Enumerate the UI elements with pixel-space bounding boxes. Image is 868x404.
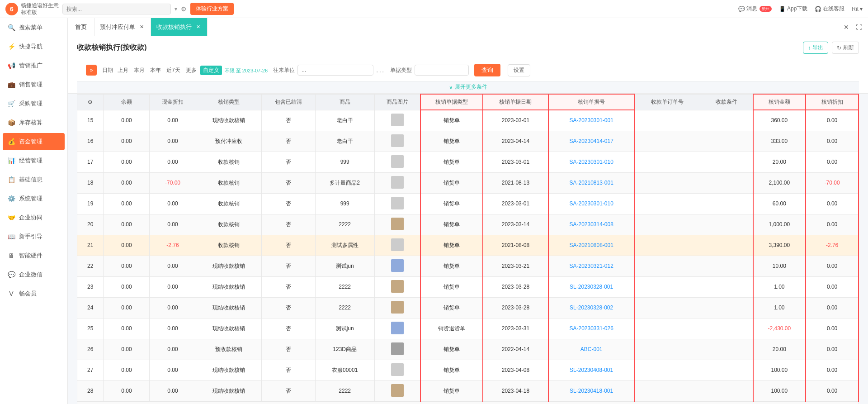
- cell-verify-doc-type: 销货单: [420, 360, 482, 380]
- sidebar-item-collab[interactable]: 🤝 企业协同: [0, 208, 67, 227]
- query-btn[interactable]: 查询: [474, 64, 500, 76]
- cell-verify-no[interactable]: SA-20230301-010: [548, 152, 634, 172]
- col-goods-image: 商品图片: [374, 94, 420, 110]
- doctype-select[interactable]: [415, 65, 469, 76]
- sidebar-item-sales[interactable]: 💼 销售管理: [0, 75, 67, 94]
- cell-verify-no[interactable]: SA-20230414-017: [548, 131, 634, 152]
- cell-verify-no[interactable]: SA-20230331-026: [548, 318, 634, 339]
- cell-verify-date: 2023-03-28: [483, 297, 549, 318]
- tab-close-prepay[interactable]: ✕: [138, 24, 145, 31]
- refresh-btn[interactable]: ↻ 刷新: [832, 42, 859, 54]
- sidebar-item-wechat[interactable]: 💬 企业微信: [0, 265, 67, 284]
- expand-bar[interactable]: ∨ 展开更多条件: [77, 81, 859, 93]
- cell-receipt-condition: [700, 380, 753, 401]
- message-btn[interactable]: 💬 消息 99+: [738, 5, 772, 13]
- quick-nav-icon: ⚡: [7, 43, 15, 51]
- sidebar-item-management[interactable]: 📊 经营管理: [0, 151, 67, 170]
- col-settings[interactable]: ⚙: [77, 94, 104, 110]
- industry-btn[interactable]: 体验行业方案: [190, 3, 234, 15]
- cell-verify-doc-type: 销货单: [420, 256, 482, 276]
- cell-include-settled: 否: [262, 214, 315, 235]
- cell-verify-no[interactable]: SA-20210813-001: [548, 172, 634, 193]
- cell-verify-doc-type: 销货单: [420, 276, 482, 297]
- sidebar-item-guide[interactable]: 📖 新手引导: [0, 227, 67, 246]
- table-row: 20 0.00 0.00 收款核销 否 2222 销货单 2023-03-14 …: [77, 214, 859, 235]
- tab-home[interactable]: 首页: [68, 18, 94, 36]
- date-btn-custom[interactable]: 自定义: [200, 66, 222, 75]
- search-input[interactable]: [62, 4, 171, 14]
- sidebar-item-finance[interactable]: 💰 资金管理: [3, 133, 65, 150]
- cell-verify-amount: -2,430.00: [753, 318, 806, 339]
- date-btn-more[interactable]: 更多: [184, 66, 198, 75]
- sidebar-item-quick-nav[interactable]: ⚡ 快捷导航: [0, 37, 67, 56]
- cell-verify-doc-type: 销货单: [420, 172, 482, 193]
- cell-verify-no[interactable]: SL-20230328-002: [548, 297, 634, 318]
- cell-id: 15: [77, 110, 104, 131]
- cell-balance: 0.00: [104, 235, 150, 256]
- online-service-btn[interactable]: 🎧 在线客服: [815, 5, 844, 13]
- cell-verify-no[interactable]: SA-20230301-001: [548, 110, 634, 131]
- col-receipt-condition: 收款条件: [700, 94, 753, 110]
- sidebar-item-vip[interactable]: V 畅会员: [0, 284, 67, 303]
- cell-verify-amount: 1.00: [753, 276, 806, 297]
- cell-verify-type: 收款核销: [196, 214, 262, 235]
- table-row: 22 0.00 0.00 现结收款核销 否 测试jun 销货单 2023-03-…: [77, 256, 859, 276]
- date-btn-this-year[interactable]: 本年: [148, 66, 163, 75]
- cell-cash-discount: 0.00: [150, 152, 196, 172]
- cell-verify-date: 2023-03-31: [483, 318, 549, 339]
- cell-verify-no[interactable]: ABC-001: [548, 339, 634, 360]
- partner-input[interactable]: [297, 65, 373, 76]
- cell-verify-amount: 20.00: [753, 339, 806, 360]
- cell-cash-discount: -70.00: [150, 172, 196, 193]
- page-header: 收款核销执行(按收款) ↑ 导出 ↻ 刷新 »: [68, 36, 868, 94]
- sidebar-item-base-info[interactable]: 📋 基础信息: [0, 170, 67, 189]
- cell-goods-image: [374, 380, 420, 401]
- main-content: 首页 预付冲应付单 ✕ 收款核销执行 ✕ ✕ ⛶ 收款核销执行(按收款): [68, 18, 868, 404]
- date-btns: 上月 本月 本年 近7天 更多 自定义: [116, 66, 222, 75]
- cell-id: 23: [77, 276, 104, 297]
- tab-maximize-btn[interactable]: ⛶: [854, 22, 864, 33]
- cell-verify-discount: 0.00: [806, 380, 859, 401]
- filter-date-group: 日期 上月 本月 本年 近7天 更多 自定义 不限 至 2023-07-26: [102, 66, 268, 75]
- cell-cash-discount: 0.00: [150, 193, 196, 214]
- user-menu[interactable]: Rit ▾: [852, 6, 863, 12]
- date-btn-last-month[interactable]: 上月: [116, 66, 130, 75]
- cell-verify-no[interactable]: SL-20230328-001: [548, 276, 634, 297]
- cell-verify-amount: 20.00: [753, 152, 806, 172]
- cell-verify-no[interactable]: SL-20230408-001: [548, 360, 634, 380]
- cell-verify-no[interactable]: SA-20210808-001: [548, 235, 634, 256]
- cell-verify-no[interactable]: SA-20230314-008: [548, 214, 634, 235]
- date-btn-this-month[interactable]: 本月: [132, 66, 146, 75]
- cell-receipt-order-no: [634, 380, 700, 401]
- cell-cash-discount: 0.00: [150, 256, 196, 276]
- table-row: 26 0.00 0.00 预收款核销 否 123D商品 销货单 2022-04-…: [77, 339, 859, 360]
- sidebar-item-hardware[interactable]: 🖥 智能硬件: [0, 246, 67, 265]
- cell-goods: 2222: [315, 214, 374, 235]
- cell-goods-image: [374, 110, 420, 131]
- tab-close-all-btn[interactable]: ✕: [841, 22, 852, 33]
- filter-settings-btn[interactable]: 设置: [508, 64, 530, 76]
- cell-id: 27: [77, 360, 104, 380]
- app-download-btn[interactable]: 📱 App下载: [779, 5, 807, 13]
- sidebar-item-purchase[interactable]: 🛒 采购管理: [0, 94, 67, 113]
- filter-toggle-btn[interactable]: »: [86, 65, 97, 76]
- tab-close-verify[interactable]: ✕: [194, 24, 202, 31]
- col-verify-no: 核销单据号: [548, 94, 634, 110]
- date-btn-7days[interactable]: 近7天: [165, 66, 182, 75]
- system-icon: ⚙️: [7, 195, 15, 203]
- export-btn[interactable]: ↑ 导出: [803, 42, 828, 54]
- cell-verify-amount: 100.00: [753, 360, 806, 380]
- cell-verify-no[interactable]: SA-20230301-010: [548, 193, 634, 214]
- cell-goods: 2222: [315, 276, 374, 297]
- sidebar-item-marketing[interactable]: 📢 营销推广: [0, 56, 67, 75]
- tab-verify[interactable]: 收款核销执行 ✕: [151, 18, 208, 36]
- sidebar-item-inventory[interactable]: 📦 库存核算: [0, 113, 67, 132]
- sidebar-item-system[interactable]: ⚙️ 系统管理: [0, 189, 67, 208]
- sidebar-item-search[interactable]: 🔍 搜索菜单: [0, 18, 67, 37]
- cell-cash-discount: 0.00: [150, 276, 196, 297]
- tab-prepay[interactable]: 预付冲应付单 ✕: [94, 18, 151, 36]
- cell-balance: 0.00: [104, 297, 150, 318]
- cell-verify-no[interactable]: SA-20230321-012: [548, 256, 634, 276]
- msg-badge: 99+: [760, 6, 772, 12]
- cell-verify-no[interactable]: SL-20230418-001: [548, 380, 634, 401]
